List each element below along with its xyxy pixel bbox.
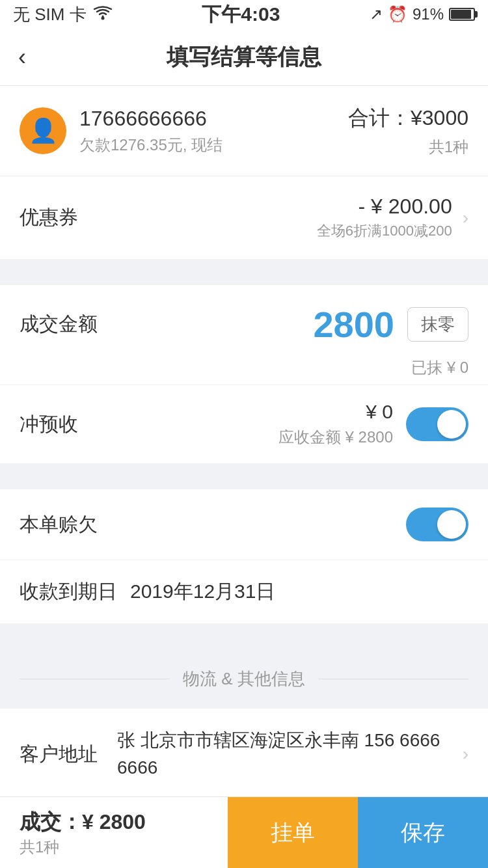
toggle-knob xyxy=(437,410,466,439)
bottom-bar: 成交：¥ 2800 共1种 挂单 保存 xyxy=(0,796,488,868)
round-button[interactable]: 抹零 xyxy=(407,307,468,342)
coupon-right: - ¥ 200.00 全场6折满1000减200 › xyxy=(317,195,468,241)
carrier-text: 无 SIM 卡 xyxy=(13,3,87,26)
customer-phone: 17666666666 xyxy=(79,107,348,131)
debt-toggle-knob xyxy=(437,510,466,539)
transaction-row: 成交金额 2800 抹零 xyxy=(0,285,488,364)
gap-3 xyxy=(0,636,488,649)
logistics-label: 物流 & 其他信息 xyxy=(183,668,305,690)
transaction-amount: 2800 xyxy=(313,303,394,346)
nav-bar: ‹ 填写结算等信息 xyxy=(0,29,488,86)
total-count: 共1种 xyxy=(348,137,468,157)
customer-info: 17666666666 欠款1276.35元, 现结 xyxy=(79,107,348,156)
status-time: 下午4:03 xyxy=(202,1,280,28)
avatar-icon: 👤 xyxy=(29,117,58,144)
wifi-icon xyxy=(93,5,113,25)
page-title: 填写结算等信息 xyxy=(167,42,321,72)
debt-row: 本单赊欠 xyxy=(0,489,488,560)
address-section: 客户地址 张 北京市市辖区海淀区永丰南 156 6666 6666 › xyxy=(0,709,488,800)
coupon-label: 优惠券 xyxy=(20,204,78,231)
transaction-section: 成交金额 2800 抹零 已抹 ¥ 0 冲预收 ¥ 0 应收金额 ¥ 2800 xyxy=(0,285,488,463)
debt-label: 本单赊欠 xyxy=(20,511,98,538)
status-bar: 无 SIM 卡 下午4:03 ↗ ⏰ 91% xyxy=(0,0,488,29)
coupon-amount: - ¥ 200.00 xyxy=(317,195,452,219)
location-icon: ↗ xyxy=(370,5,383,23)
prepay-row: 冲预收 ¥ 0 应收金额 ¥ 2800 xyxy=(0,385,488,463)
coupon-desc: 全场6折满1000减200 xyxy=(317,221,452,241)
prepay-amount: ¥ 0 xyxy=(278,401,393,423)
debt-toggle[interactable] xyxy=(406,508,468,541)
back-button[interactable]: ‹ xyxy=(18,44,26,71)
hang-button[interactable]: 挂单 xyxy=(228,797,358,869)
alarm-icon: ⏰ xyxy=(388,5,407,23)
avatar: 👤 xyxy=(20,107,66,154)
prepay-top: 冲预收 ¥ 0 应收金额 ¥ 2800 xyxy=(20,401,468,448)
save-button[interactable]: 保存 xyxy=(358,797,488,869)
transaction-sub: 已抹 ¥ 0 xyxy=(0,357,468,378)
address-chevron-icon: › xyxy=(463,744,468,765)
customer-note: 欠款1276.35元, 现结 xyxy=(79,135,348,156)
customer-row: 👤 17666666666 欠款1276.35元, 现结 合计：¥3000 共1… xyxy=(0,86,488,176)
total-amount: 合计：¥3000 xyxy=(348,104,468,133)
address-value: 张 北京市市辖区海淀区永丰南 156 6666 6666 xyxy=(117,727,463,781)
due-date-value: 2019年12月31日 xyxy=(130,578,275,605)
divider-line-left xyxy=(20,679,170,679)
customer-section: 👤 17666666666 欠款1276.35元, 现结 合计：¥3000 共1… xyxy=(0,86,488,259)
bottom-count: 共1种 xyxy=(20,837,208,858)
transaction-right: 2800 抹零 xyxy=(313,303,468,346)
gap-1 xyxy=(0,272,488,285)
transaction-label: 成交金额 xyxy=(20,311,98,338)
prepay-label: 冲预收 xyxy=(20,411,78,438)
battery-percent: 91% xyxy=(413,5,444,23)
status-right: ↗ ⏰ 91% xyxy=(370,5,475,23)
prepay-toggle[interactable] xyxy=(406,407,468,441)
logistics-divider: 物流 & 其他信息 xyxy=(0,649,488,709)
status-left: 无 SIM 卡 xyxy=(13,3,113,26)
svg-point-0 xyxy=(101,16,104,20)
coupon-row[interactable]: 优惠券 - ¥ 200.00 全场6折满1000减200 › xyxy=(0,176,488,259)
debt-section: 本单赊欠 收款到期日 2019年12月31日 xyxy=(0,489,488,623)
due-date-label: 收款到期日 xyxy=(20,578,117,605)
divider-line-right xyxy=(318,679,468,679)
total-info: 合计：¥3000 共1种 xyxy=(348,104,468,157)
prepay-sub: 应收金额 ¥ 2800 xyxy=(278,427,393,448)
bottom-summary: 成交：¥ 2800 共1种 xyxy=(0,808,228,858)
coupon-chevron-icon: › xyxy=(463,208,468,228)
address-label: 客户地址 xyxy=(20,741,98,768)
bottom-transaction: 成交：¥ 2800 xyxy=(20,808,208,837)
prepay-right: ¥ 0 应收金额 ¥ 2800 xyxy=(278,401,468,448)
address-row[interactable]: 客户地址 张 北京市市辖区海淀区永丰南 156 6666 6666 › xyxy=(0,709,488,800)
battery-icon xyxy=(449,8,475,21)
due-date-row: 收款到期日 2019年12月31日 xyxy=(0,560,488,623)
gap-2 xyxy=(0,476,488,489)
